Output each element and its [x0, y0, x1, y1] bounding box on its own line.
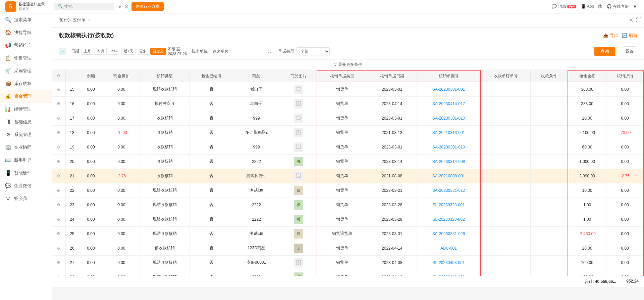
row-product: 123D商品 [233, 241, 280, 255]
row-settings[interactable]: ⚙ [52, 169, 65, 183]
col-settings[interactable]: ⚙ [52, 70, 65, 82]
product-image: 🖼 [294, 114, 303, 123]
row-settings[interactable]: ⚙ [52, 255, 65, 270]
row-balance: 0.00 [79, 169, 103, 183]
sidebar-item-vip[interactable]: V畅会员 [0, 192, 52, 205]
row-writeoff-doc-date: 2023-03-01 [367, 111, 417, 125]
row-writeoff-doc-no[interactable]: SA-20230301-010 [417, 111, 481, 125]
sidebar-icon-operations: 📊 [5, 106, 11, 112]
row-settings[interactable]: ⚙ [52, 111, 65, 125]
table-row: ⚙190.000.00收款核销否999🖼销货单2023-03-01SA-2023… [52, 140, 644, 154]
sidebar-item-sales[interactable]: 📋销售管理 [0, 52, 52, 65]
row-writeoff-doc-no[interactable]: ABC-001 [417, 241, 481, 255]
refresh-btn[interactable]: 🔄 刷新 [622, 33, 637, 39]
row-writeoff-doc-no[interactable]: SA-20230321-012 [417, 183, 481, 198]
row-writeoff-doc-type: 销货单 [317, 154, 367, 169]
row-writeoff-doc-no[interactable]: SA-20230331-026 [417, 226, 481, 241]
row-settings[interactable]: ⚙ [52, 198, 65, 212]
doc-type-select[interactable]: 全部 [296, 47, 330, 55]
row-writeoff-doc-type: 销货单 [317, 270, 367, 276]
maximize-icon[interactable]: ⛶ [636, 17, 641, 24]
partner-input[interactable] [210, 48, 266, 55]
th-writeoff_doc_date: 核销单据日期 [367, 70, 417, 82]
row-writeoff-doc-no[interactable]: SL-20230408-001 [417, 255, 481, 270]
row-writeoff-doc-no[interactable]: SA-20210813-001 [417, 125, 481, 140]
settings-icon[interactable]: ⚙ [57, 74, 60, 78]
top-bar-icons: 💬 消息 99+ 📱 App下载 🎧 在线客服 Rit [552, 4, 639, 9]
online-service[interactable]: 🎧 在线客服 [607, 4, 629, 9]
row-settings[interactable]: ⚙ [52, 96, 65, 111]
row-writeoff-doc-no[interactable]: SA-20230314-008 [417, 154, 481, 169]
row-included-settled: 否 [190, 125, 233, 140]
sidebar-item-hardware[interactable]: 📱智能硬件 [0, 167, 52, 179]
row-settings[interactable]: ⚙ [52, 82, 65, 96]
date-btn-this-month[interactable]: 本月 [95, 48, 107, 55]
date-btn-this-year[interactable]: 本年 [108, 48, 120, 55]
row-writeoff-doc-date: 2023-04-08 [367, 255, 417, 270]
table-row: ⚙250.000.00现结收款核销否测试jun🖼销货退货单2023-03-31S… [52, 226, 644, 241]
table-scroll[interactable]: ⚙余额现金折扣核销类型包含已结清商品商品图片核销单据类型核销单据日期核销单据号收… [52, 70, 644, 276]
sidebar-item-wechat[interactable]: 💬企业微信 [0, 179, 52, 192]
filter-expand-btn[interactable]: » [59, 48, 66, 55]
row-settings[interactable]: ⚙ [52, 140, 65, 154]
row-settings[interactable]: ⚙ [52, 125, 65, 140]
row-writeoff-doc-no[interactable]: SL-20230328-001 [417, 198, 481, 212]
row-writeoff-discount: 0.00 [606, 154, 644, 169]
row-settings[interactable]: ⚙ [52, 226, 65, 241]
row-receipt-order-no [481, 226, 531, 241]
date-btn-more[interactable]: 更多 [137, 48, 149, 55]
filter-bar: » 日期 上月 本月 本年 近7天 更多 自定义 不限 至 [52, 43, 644, 60]
row-settings[interactable]: ⚙ [52, 212, 65, 226]
row-writeoff-doc-no[interactable]: SA-20210808-001 [417, 169, 481, 183]
row-writeoff-doc-no[interactable]: SA-20230301-001 [417, 82, 481, 96]
message-icon[interactable]: 💬 消息 99+ [552, 4, 576, 9]
date-btn-custom[interactable]: 自定义 [150, 48, 166, 55]
sidebar-item-marketing[interactable]: 📢营销推广 [0, 39, 52, 52]
sidebar-item-operations[interactable]: 📊经营管理 [0, 103, 52, 116]
row-writeoff-type: 现结收款核销 [140, 198, 190, 212]
row-balance: 0.00 [79, 270, 103, 276]
date-btn-last-month[interactable]: 上月 [81, 48, 93, 55]
export-btn[interactable]: 📤 导出 [603, 33, 619, 39]
row-settings[interactable]: ⚙ [52, 241, 65, 255]
app-download[interactable]: 📱 App下载 [581, 4, 602, 9]
settings-btn[interactable]: 设置 [622, 46, 637, 56]
sidebar-item-guide[interactable]: 📖新手引导 [0, 154, 52, 167]
row-writeoff-doc-date: 2023-04-14 [367, 96, 417, 111]
doc-type-label: 单据类型 [278, 48, 294, 54]
row-settings[interactable]: ⚙ [52, 154, 65, 169]
row-settings[interactable]: ⚙ [52, 183, 65, 198]
sidebar-item-finance[interactable]: 💰资金管理 [0, 90, 52, 103]
row-seq: 15 [65, 82, 79, 96]
row-writeoff-doc-no[interactable]: SA-20230301-010 [417, 140, 481, 154]
date-btn-7days[interactable]: 近7天 [121, 48, 136, 55]
sidebar-item-purchase[interactable]: 🛒采购管理 [0, 65, 52, 77]
sidebar-item-search[interactable]: 🔍搜索菜单 [0, 13, 52, 26]
th-included_settled: 包含已结清 [190, 70, 233, 82]
sidebar-item-basic[interactable]: 🗄基础信息 [0, 116, 52, 128]
sidebar-item-system[interactable]: ⚙系统管理 [0, 128, 52, 141]
close-window-icon[interactable]: ✕ [629, 17, 633, 24]
sidebar-item-shortcuts[interactable]: 🏠快捷导航 [0, 26, 52, 39]
search-btn[interactable]: 查询 [594, 47, 615, 56]
row-balance: 0.00 [79, 226, 103, 241]
sidebar-item-inventory[interactable]: 📦库存核算 [0, 77, 52, 90]
row-writeoff-amount: 1.00 [568, 212, 606, 226]
sidebar-item-enterprise[interactable]: 🏢企业协同 [0, 141, 52, 154]
row-cash-discount: 0.00 [103, 212, 140, 226]
message-badge: 99+ [567, 5, 576, 8]
tab-prepay[interactable]: 预付冲应付单× [55, 13, 95, 28]
row-product-img: 🖼 [280, 125, 317, 140]
row-settings[interactable]: ⚙ [52, 270, 65, 276]
row-writeoff-doc-no[interactable]: SL-20230328-002 [417, 212, 481, 226]
trial-btn[interactable]: 体验行业方案 [131, 2, 164, 11]
row-writeoff-doc-no[interactable]: SL-20230418-001 [417, 270, 481, 276]
row-writeoff-doc-no[interactable]: SA-20230414-017 [417, 96, 481, 111]
row-writeoff-discount: 0.00 [606, 226, 644, 241]
sidebar-icon-purchase: 🛒 [5, 68, 11, 74]
top-search-bar[interactable]: 🔍 搜索... [54, 3, 114, 10]
expand-more-btn[interactable]: ∨ 展开更多条件 [334, 62, 362, 67]
row-included-settled: 否 [190, 82, 233, 96]
tab-close-prepay[interactable]: × [88, 18, 91, 23]
brand-info: 畅捷通谊好生意 标准版 [19, 2, 45, 11]
